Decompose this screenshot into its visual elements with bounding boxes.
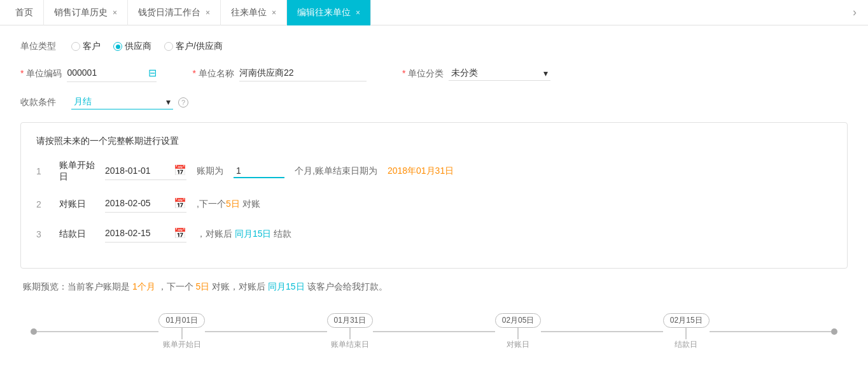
tab-partners-label: 往来单位	[231, 7, 267, 18]
payment-terms-row: 收款条件 月结 ▾ ?	[20, 95, 848, 109]
unit-code-label: *单位编码	[20, 68, 62, 80]
period-1-suffix-after: 个月,账单结束日期为	[295, 165, 377, 177]
timeline-right-endpoint	[831, 328, 837, 335]
tl-label-3: 对账日	[507, 339, 529, 350]
period-label-2: 对账日	[59, 199, 95, 210]
start-date-wrapper: 📅	[105, 163, 186, 180]
period-2-note: ,下一个5日 对账	[197, 199, 260, 210]
payment-terms-select[interactable]: 月结 ▾	[71, 95, 173, 109]
tab-edit-partner-label: 编辑往来单位	[297, 7, 351, 18]
preview-label: 账期预览：当前客户账期是	[23, 281, 130, 292]
tab-sales-history-label: 销售订单历史	[54, 7, 108, 18]
unit-code-group: *单位编码 ⊟	[20, 65, 157, 82]
tl-badge-4: 02月15日	[663, 313, 710, 328]
period-1-end-date: 2018年01月31日	[388, 165, 454, 177]
preview-part1: 1个月	[132, 281, 155, 292]
tab-cashflow-close[interactable]: ×	[206, 8, 210, 17]
period-row-1: 1 账单开始日 📅 账期为 个月,账单结束日期为 2018年01月31日	[36, 160, 832, 183]
tabs-bar: 首页 销售订单历史 × 钱货日清工作台 × 往来单位 × 编辑往来单位 × ›	[0, 0, 868, 25]
preview-part2: 5日	[195, 281, 209, 292]
preview-suffix: 该客户会给我打款。	[307, 281, 388, 292]
period-row-3: 3 结款日 📅 ，对账后 同月15日 结款	[36, 225, 832, 243]
radio-supplier[interactable]: 供应商	[113, 41, 151, 52]
reconcile-date-input[interactable]	[105, 195, 169, 211]
start-date-input[interactable]	[105, 163, 169, 178]
unit-type-row: 单位类型 客户 供应商 客户/供应商	[20, 41, 848, 52]
tl-badge-3: 02月05日	[495, 313, 542, 328]
tab-sales-history-close[interactable]: ×	[113, 8, 117, 17]
start-date-calendar-icon[interactable]: 📅	[174, 164, 186, 176]
tl-badge-1: 01月01日	[158, 313, 205, 328]
tabs-expand-button[interactable]: ›	[846, 6, 863, 19]
tl-connector-4	[685, 328, 687, 339]
tl-connector-3	[517, 328, 519, 339]
period-3-highlight: 同月15日	[235, 229, 272, 239]
timeline-line-2	[205, 331, 326, 332]
timeline-point-1: 01月01日 账单开始日	[158, 313, 205, 350]
period-3-note: ，对账后 同月15日 结款	[197, 229, 291, 240]
tl-label-4: 结款日	[675, 339, 697, 350]
unit-category-star: *	[402, 68, 405, 78]
unit-code-star: *	[20, 68, 24, 78]
timeline-line-4	[541, 331, 662, 332]
reconcile-date-wrapper: 📅	[105, 195, 186, 213]
period-1-suffix-before: 账期为	[197, 165, 223, 177]
preview-sep1: ，下一个	[158, 281, 193, 292]
unit-category-group: *单位分类 未分类 ▾	[402, 66, 550, 81]
help-icon[interactable]: ?	[178, 97, 188, 108]
radio-customer[interactable]: 客户	[71, 41, 101, 52]
payment-terms-label: 收款条件	[20, 97, 56, 108]
timeline-point-4: 02月15日 结款日	[663, 313, 710, 350]
preview-sep2: 对账，对账后	[212, 281, 265, 292]
tab-edit-partner-close[interactable]: ×	[356, 8, 360, 17]
preview-part3: 同月15日	[268, 281, 305, 292]
radio-customer-label: 客户	[83, 41, 101, 52]
payment-terms-dropdown-icon: ▾	[166, 97, 171, 107]
unit-name-label: *单位名称	[192, 68, 234, 80]
timeline-track: 01月01日 账单开始日 01月31日 账单结束日 02月05日 对账日	[31, 313, 837, 350]
timeline-line-1	[37, 331, 158, 332]
unit-name-input[interactable]	[239, 66, 367, 81]
unit-name-star: *	[192, 68, 195, 78]
period-num-2: 2	[36, 199, 49, 209]
tl-connector-2	[349, 328, 351, 339]
tab-partners[interactable]: 往来单位 ×	[221, 0, 287, 25]
radio-customer-circle	[71, 42, 80, 51]
reconcile-date-calendar-icon[interactable]: 📅	[174, 197, 186, 209]
preview-text: 账期预览：当前客户账期是 1个月 ，下一个 5日 对账，对账后 同月15日 该客…	[20, 281, 848, 293]
unit-type-label: 单位类型	[20, 41, 56, 52]
payment-date-calendar-icon[interactable]: 📅	[174, 227, 186, 239]
period-title: 请按照未来的一个完整帐期进行设置	[36, 136, 832, 147]
timeline-point-2: 01月31日 账单结束日	[327, 313, 374, 350]
tl-badge-2: 01月31日	[327, 313, 374, 328]
payment-date-input[interactable]	[105, 225, 169, 241]
tab-sales-history[interactable]: 销售订单历史 ×	[44, 0, 128, 25]
tab-home[interactable]: 首页	[5, 0, 44, 25]
tl-connector-1	[181, 328, 183, 339]
timeline-point-3: 02月05日 对账日	[495, 313, 542, 350]
months-input[interactable]	[234, 164, 284, 178]
unit-code-input-wrapper: ⊟	[67, 65, 157, 82]
period-label-3: 结款日	[59, 229, 95, 240]
tab-cashflow[interactable]: 钱货日清工作台 ×	[128, 0, 221, 25]
period-row-2: 2 对账日 📅 ,下一个5日 对账	[36, 195, 832, 213]
period-num-3: 3	[36, 229, 49, 239]
unit-category-select[interactable]: 未分类 ▾	[449, 66, 550, 81]
radio-both[interactable]: 客户/供应商	[164, 41, 223, 52]
payment-terms-wrapper: 月结 ▾ ?	[71, 95, 188, 109]
timeline-left-endpoint	[31, 328, 37, 335]
unit-name-group: *单位名称	[192, 66, 366, 81]
payment-terms-value: 月结	[74, 96, 92, 108]
period-2-highlight: 5日	[226, 199, 240, 209]
copy-icon[interactable]: ⊟	[148, 67, 157, 79]
period-label-1: 账单开始日	[59, 160, 95, 183]
tab-edit-partner[interactable]: 编辑往来单位 ×	[287, 0, 371, 25]
period-num-1: 1	[36, 166, 49, 176]
unit-code-input[interactable]	[67, 65, 143, 80]
timeline-line-3	[373, 331, 494, 332]
tl-label-2: 账单结束日	[331, 339, 369, 350]
radio-both-circle	[164, 42, 173, 51]
period-settings-box: 请按照未来的一个完整帐期进行设置 1 账单开始日 📅 账期为 个月,账单结束日期…	[20, 122, 848, 269]
unit-info-row: *单位编码 ⊟ *单位名称 *单位分类 未分类 ▾	[20, 65, 848, 82]
tab-partners-close[interactable]: ×	[272, 8, 276, 17]
